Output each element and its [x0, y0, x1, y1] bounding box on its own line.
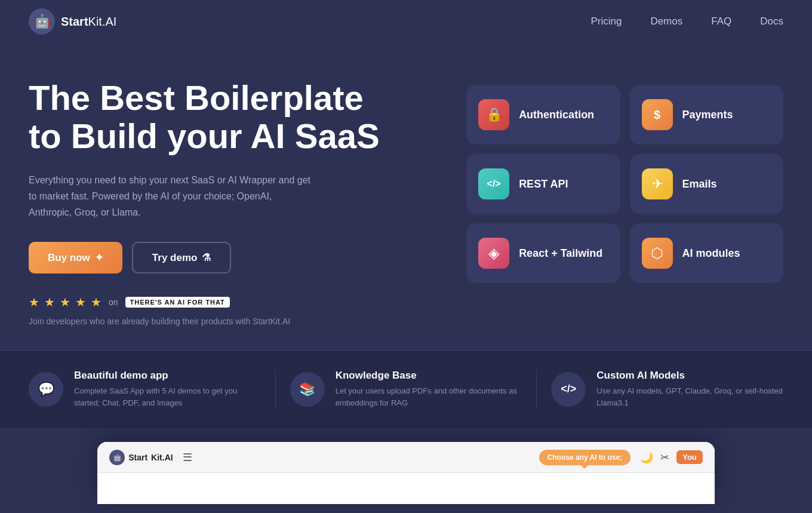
- nav-pricing[interactable]: Pricing: [590, 16, 622, 27]
- knowledge-base-title: Knowledge Base: [336, 370, 522, 382]
- nav-faq[interactable]: FAQ: [711, 16, 731, 27]
- nav-demos[interactable]: Demos: [650, 16, 682, 27]
- hero-title: The Best Boilerplate to Build your AI Sa…: [29, 79, 444, 155]
- logo-link[interactable]: 🤖 StartKit.AI: [29, 8, 116, 35]
- feature-authentication: 🔒 Authentication: [466, 85, 620, 145]
- dark-mode-icon[interactable]: 🌙: [640, 451, 653, 464]
- star-5: ★: [91, 295, 102, 309]
- join-text: Join developers who are already building…: [29, 317, 444, 326]
- rest-api-label: REST API: [519, 178, 568, 191]
- custom-ai-title: Custom AI Models: [596, 370, 783, 382]
- buy-now-button[interactable]: Buy now ✦: [29, 242, 122, 274]
- preview-logo-icon: 🤖: [109, 450, 125, 465]
- demo-app-desc: Complete SaaS App with 5 AI demos to get…: [74, 385, 261, 408]
- nav-docs[interactable]: Docs: [760, 16, 783, 27]
- bottom-feat-ai-models: </> Custom AI Models Use any AI models, …: [551, 370, 783, 408]
- preview-window: 🤖 StartKit.AI ☰ Choose any AI to use; 🌙 …: [97, 442, 715, 504]
- bottom-features: 💬 Beautiful demo app Complete SaaS App w…: [0, 350, 812, 428]
- ai-tooltip: Choose any AI to use;: [539, 450, 631, 465]
- custom-ai-desc: Use any AI models, GPT, Claude, Groq, or…: [596, 385, 783, 408]
- star-2: ★: [44, 295, 55, 309]
- emails-icon: ✈: [642, 168, 673, 199]
- ai-modules-icon: ⬡: [642, 238, 673, 269]
- user-avatar[interactable]: You: [676, 450, 703, 464]
- feature-grid: 🔒 Authentication $ Payments </> REST API…: [466, 79, 783, 283]
- authentication-label: Authentication: [519, 109, 594, 121]
- feature-payments: $ Payments: [630, 85, 783, 145]
- hero-section: The Best Boilerplate to Build your AI Sa…: [0, 43, 812, 350]
- bottom-feat-demo: 💬 Beautiful demo app Complete SaaS App w…: [29, 370, 276, 408]
- ai-modules-label: AI modules: [682, 247, 740, 260]
- preview-controls: 🌙 ✂ You: [640, 450, 703, 464]
- flask-icon: ⚗: [202, 251, 211, 264]
- hero-description: Everything you need to ship your next Sa…: [29, 172, 315, 221]
- feature-ai-modules: ⬡ AI modules: [630, 223, 783, 283]
- hero-buttons: Buy now ✦ Try demo ⚗: [29, 242, 444, 274]
- react-tailwind-icon: ◈: [478, 238, 509, 269]
- feature-emails: ✈ Emails: [630, 154, 783, 214]
- knowledge-base-icon: 📚: [290, 372, 325, 407]
- star-1: ★: [29, 295, 39, 309]
- feature-rest-api: </> REST API: [466, 154, 620, 214]
- cut-icon[interactable]: ✂: [660, 451, 669, 464]
- emails-label: Emails: [682, 178, 717, 191]
- stars-row: ★ ★ ★ ★ ★ on THERE'S AN AI FOR THAT: [29, 295, 444, 309]
- navbar: 🤖 StartKit.AI Pricing Demos FAQ Docs: [0, 0, 812, 43]
- sparkle-icon: ✦: [95, 251, 103, 264]
- logo-icon: 🤖: [29, 8, 55, 35]
- react-tailwind-label: React + Tailwind: [519, 247, 602, 260]
- knowledge-base-desc: Let your users upload PDFs and other doc…: [336, 385, 522, 408]
- demo-app-icon: 💬: [29, 372, 63, 407]
- hero-left: The Best Boilerplate to Build your AI Sa…: [29, 79, 444, 326]
- demo-app-title: Beautiful demo app: [74, 370, 261, 382]
- preview-menu-icon[interactable]: ☰: [183, 451, 192, 464]
- star-4: ★: [75, 295, 86, 309]
- authentication-icon: 🔒: [478, 99, 509, 130]
- preview-bar: 🤖 StartKit.AI ☰ Choose any AI to use; 🌙 …: [97, 442, 715, 473]
- rest-api-icon: </>: [478, 168, 509, 199]
- bottom-feat-knowledge: 📚 Knowledge Base Let your users upload P…: [290, 370, 537, 408]
- feature-react-tailwind: ◈ React + Tailwind: [466, 223, 620, 283]
- payments-icon: $: [642, 99, 673, 130]
- logo-text: StartKit.AI: [61, 15, 116, 29]
- preview-logo: 🤖 StartKit.AI: [109, 450, 173, 465]
- try-demo-button[interactable]: Try demo ⚗: [132, 242, 232, 274]
- star-3: ★: [60, 295, 70, 309]
- preview-section: 🤖 StartKit.AI ☰ Choose any AI to use; 🌙 …: [0, 428, 812, 504]
- payments-label: Payments: [682, 109, 733, 121]
- ai-badge: THERE'S AN AI FOR THAT: [125, 297, 230, 308]
- preview-content: [97, 473, 715, 504]
- custom-ai-icon: </>: [551, 372, 586, 407]
- nav-links: Pricing Demos FAQ Docs: [590, 16, 783, 27]
